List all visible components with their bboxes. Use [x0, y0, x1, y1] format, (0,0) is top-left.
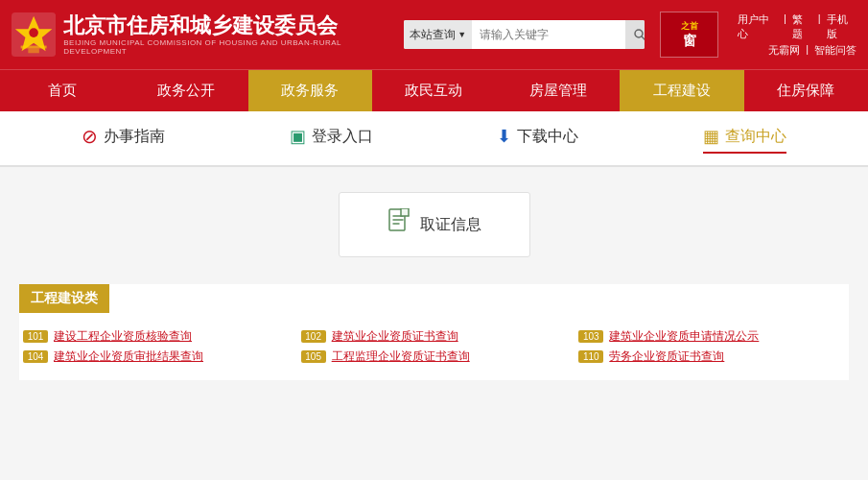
svg-point-5	[635, 30, 643, 37]
site-title-cn: 北京市住房和城乡建设委员会	[63, 13, 394, 38]
cat-label-104[interactable]: 建筑业企业资质审批结果查询	[54, 348, 203, 365]
list-item[interactable]: 104 建筑业企业资质审批结果查询	[23, 348, 290, 365]
badge-top-text: 之首	[681, 20, 698, 33]
search-scope-select[interactable]: 本站查询 ▼	[404, 20, 472, 49]
xiazai-icon: ⬇	[497, 126, 511, 147]
cat-label-102[interactable]: 建筑业企业资质证书查询	[332, 328, 458, 345]
svg-rect-8	[401, 208, 409, 216]
top-links: 用户中心 | 繁题 | 手机版	[738, 12, 856, 41]
cat-num-101: 101	[23, 330, 48, 343]
tab-chaxun-label: 查询中心	[725, 127, 786, 147]
document-icon	[387, 208, 411, 241]
tab-xiazai[interactable]: ⬇ 下载中心	[497, 125, 578, 152]
search-box: 本站查询 ▼	[404, 20, 645, 49]
tabs-row: ⊘ 办事指南 ▣ 登录入口 ⬇ 下载中心 ▦ 查询中心	[0, 111, 868, 167]
category-grid: 101 建设工程企业资质核验查询 102 建筑业企业资质证书查询 103 建筑业…	[19, 328, 849, 372]
list-item[interactable]: 105 工程监理企业资质证书查询	[301, 348, 568, 365]
link-divider-3: |	[806, 43, 809, 58]
smart-qa-link[interactable]: 智能问答	[814, 43, 856, 58]
nav-item-zhengminhudong[interactable]: 政民互动	[372, 70, 496, 111]
header: 北京市住房和城乡建设委员会 BEIJING MUNICIPAL COMMISSI…	[0, 0, 868, 69]
search-input[interactable]	[472, 20, 625, 49]
nav-item-fangwuguanli[interactable]: 房屋管理	[496, 70, 620, 111]
nav-item-home[interactable]: 首页	[0, 70, 124, 111]
cat-label-110[interactable]: 劳务企业资质证书查询	[609, 348, 724, 365]
main-content: 取证信息 工程建设类 101 建设工程企业资质核验查询 102 建筑业企业资质证…	[0, 167, 868, 390]
cat-label-105[interactable]: 工程监理企业资质证书查询	[332, 348, 470, 365]
list-item[interactable]: 103 建筑业企业资质申请情况公示	[578, 328, 845, 345]
svg-rect-4	[28, 48, 39, 53]
svg-line-6	[642, 36, 645, 40]
tab-chaxun[interactable]: ▦ 查询中心	[703, 125, 786, 154]
list-item[interactable]: 110 劳务企业资质证书查询	[578, 348, 845, 365]
traditional-link[interactable]: 繁题	[792, 12, 812, 41]
tab-banshi-label: 办事指南	[104, 127, 165, 147]
cat-label-103[interactable]: 建筑业企业资质申请情况公示	[609, 328, 759, 345]
search-icon	[633, 28, 645, 41]
search-scope-label: 本站查询	[410, 27, 456, 43]
query-card-inner: 取证信息	[387, 208, 481, 241]
nav-item-zhengwufuwu[interactable]: 政务服务	[248, 70, 372, 111]
search-button[interactable]	[625, 20, 645, 49]
bottom-links: 无霸网 | 智能问答	[768, 43, 856, 58]
banshi-icon: ⊘	[82, 125, 98, 148]
chaxun-icon: ▦	[703, 126, 719, 147]
tab-banshizhinan[interactable]: ⊘ 办事指南	[82, 125, 165, 152]
tabs-container: ⊘ 办事指南 ▣ 登录入口 ⬇ 下载中心 ▦ 查询中心	[0, 111, 868, 167]
list-item[interactable]: 102 建筑业企业资质证书查询	[301, 328, 568, 345]
tab-denglu-label: 登录入口	[312, 127, 373, 147]
query-card-wrapper: 取证信息	[19, 177, 849, 273]
cat-num-110: 110	[578, 350, 603, 363]
site-title-en: BEIJING MUNICIPAL COMMISSION OF HOUSING …	[63, 38, 394, 56]
main-nav: 首页 政务公开 政务服务 政民互动 房屋管理 工程建设 住房保障	[0, 69, 868, 111]
list-item[interactable]: 101 建设工程企业资质核验查询	[23, 328, 290, 345]
cat-num-102: 102	[301, 330, 326, 343]
wureima-link[interactable]: 无霸网	[768, 43, 800, 58]
category-header-label: 工程建设类	[19, 284, 109, 313]
cat-num-105: 105	[301, 350, 326, 363]
category-header-row: 工程建设类	[19, 284, 849, 328]
mobile-link[interactable]: 手机版	[827, 12, 856, 41]
tab-xiazai-label: 下载中心	[517, 127, 578, 147]
chevron-down-icon: ▼	[457, 30, 466, 39]
query-card-label: 取证信息	[420, 215, 481, 235]
denglu-icon: ▣	[290, 126, 306, 147]
logo-block: 北京市住房和城乡建设委员会 BEIJING MUNICIPAL COMMISSI…	[12, 12, 394, 58]
site-logo	[12, 12, 56, 58]
svg-rect-3	[21, 46, 47, 49]
user-center-link[interactable]: 用户中心	[738, 12, 778, 41]
link-divider-1: |	[784, 12, 786, 41]
query-card-quzhenxinxi[interactable]: 取证信息	[339, 192, 530, 257]
nav-item-zhengwugongkai[interactable]: 政务公开	[124, 70, 247, 111]
svg-point-2	[29, 28, 38, 37]
cat-label-101[interactable]: 建设工程企业资质核验查询	[54, 328, 192, 345]
tab-denglu[interactable]: ▣ 登录入口	[290, 125, 373, 152]
site-title-block: 北京市住房和城乡建设委员会 BEIJING MUNICIPAL COMMISSI…	[63, 13, 394, 56]
site-badge: 之首 窗	[660, 12, 719, 58]
cat-num-104: 104	[23, 350, 48, 363]
cat-num-103: 103	[578, 330, 603, 343]
nav-item-gongchengjanshe[interactable]: 工程建设	[620, 70, 743, 111]
badge-middle-char: 窗	[683, 33, 696, 50]
link-divider-2: |	[818, 12, 821, 41]
header-right-links: 用户中心 | 繁题 | 手机版 无霸网 | 智能问答	[738, 12, 856, 58]
search-area: 本站查询 ▼ 之首 窗 用户中心 | 繁题 | 手机版	[404, 12, 856, 58]
nav-item-zhufangbaozhang[interactable]: 住房保障	[744, 70, 868, 111]
category-section: 工程建设类 101 建设工程企业资质核验查询 102 建筑业企业资质证书查询 1…	[19, 284, 849, 380]
